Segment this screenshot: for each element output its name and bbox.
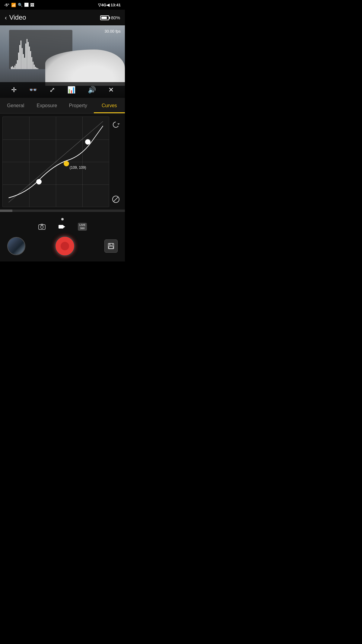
tab-general[interactable]: General [0, 98, 31, 113]
top-bar: ‹ Video 80% [0, 10, 125, 25]
curve-point-3[interactable] [85, 139, 91, 145]
nav-dot-row [0, 218, 125, 220]
hist-bar [14, 66, 15, 69]
clear-button[interactable] [110, 194, 121, 205]
tab-curves[interactable]: Curves [94, 98, 125, 113]
gallery-thumbnail[interactable] [7, 237, 25, 255]
volume-icon[interactable]: 🔊 [88, 86, 96, 94]
curve-svg [3, 117, 109, 207]
side-buttons [109, 117, 122, 207]
hist-bar [33, 62, 33, 69]
svg-line-0 [9, 121, 103, 202]
save-button[interactable] [104, 239, 118, 253]
hist-bar [30, 51, 31, 69]
battery-icon-box [100, 15, 109, 20]
hist-bar [19, 45, 20, 69]
hist-bar [16, 64, 17, 69]
app-icon-1: 🅿 [24, 3, 28, 7]
hist-bar [24, 58, 25, 69]
video-mode-button[interactable] [58, 223, 66, 231]
curve-graph[interactable]: (109, 109) [2, 117, 109, 207]
curves-container: (109, 109) [0, 117, 125, 207]
hist-bar [28, 42, 29, 69]
image-icon: 🖼 [30, 3, 34, 7]
hist-bar [36, 68, 37, 69]
svg-point-5 [40, 226, 43, 229]
progress-bar[interactable] [0, 210, 125, 212]
hist-bar [25, 43, 26, 69]
hist-bar [17, 60, 18, 69]
hist-bar [13, 67, 14, 69]
status-bar: -5° 📶 🔍 🅿 🖼 ▽4G◀ 13:41 [0, 0, 125, 10]
hist-bar [11, 67, 12, 69]
progress-fill [0, 210, 12, 212]
capture-modes: LIVE360 [0, 223, 125, 231]
temperature: -5° [4, 3, 9, 7]
curve-point-label: (109, 109) [70, 165, 86, 170]
hist-bar [35, 67, 36, 69]
crosshair-icon[interactable]: ✛ [11, 86, 17, 94]
curve-point-2-active[interactable] [64, 161, 69, 166]
top-bar-left: ‹ Video [5, 14, 26, 21]
search-icon: 🔍 [18, 3, 23, 7]
hist-bar [31, 57, 32, 69]
tab-exposure[interactable]: Exposure [31, 98, 63, 113]
snow-mound [45, 50, 125, 86]
status-left: -5° 📶 🔍 🅿 🖼 [4, 3, 34, 7]
video-controls-bar: ✛ 👓 ⤢ 📊 🔊 ✕ [0, 82, 125, 98]
record-inner [61, 242, 69, 250]
battery-status: 13:41 [111, 3, 121, 7]
back-button[interactable]: ‹ [5, 14, 7, 21]
capture-row [0, 235, 125, 257]
status-right: ▽4G◀ 13:41 [98, 3, 121, 7]
battery-percent: 80% [111, 15, 120, 20]
hist-bar [27, 39, 27, 69]
hist-bar [12, 66, 13, 69]
nav-dot [61, 218, 64, 220]
hist-bar [21, 40, 21, 69]
svg-rect-11 [109, 246, 113, 248]
bottom-nav: LIVE360 [0, 215, 125, 261]
live360-mode-button[interactable]: LIVE360 [78, 223, 87, 231]
hist-bar [37, 68, 38, 69]
svg-marker-1 [117, 123, 120, 125]
curve-point-1[interactable] [36, 179, 42, 184]
record-button[interactable] [54, 235, 75, 257]
thumbnail-image [8, 238, 25, 255]
hist-bar [34, 65, 35, 69]
fullscreen-icon[interactable]: ⤢ [49, 86, 55, 94]
photo-mode-button[interactable] [38, 223, 46, 231]
reset-button[interactable] [110, 119, 121, 130]
video-preview: 30.00 fps ✛ 👓 ⤢ 📊 🔊 ✕ [0, 25, 125, 98]
wifi-icon: 📶 [11, 3, 16, 7]
vr-icon[interactable]: 👓 [29, 86, 37, 94]
svg-marker-8 [63, 226, 65, 228]
histogram-icon[interactable]: 📊 [67, 86, 75, 94]
hist-bar [23, 54, 24, 69]
tab-bar: General Exposure Property Curves [0, 98, 125, 114]
hist-bar [29, 46, 30, 69]
page-title: Video [9, 14, 26, 21]
curves-panel: (109, 109) [0, 114, 125, 215]
hist-bar [22, 48, 23, 69]
close-icon[interactable]: ✕ [108, 86, 114, 94]
battery-indicator: 80% [100, 15, 120, 20]
hist-bar [18, 53, 19, 69]
signal-icon: ▽4G◀ [98, 3, 109, 7]
fps-badge: 30.00 fps [105, 29, 121, 34]
svg-rect-7 [59, 225, 63, 229]
svg-line-3 [114, 197, 118, 201]
tab-property[interactable]: Property [62, 98, 94, 113]
